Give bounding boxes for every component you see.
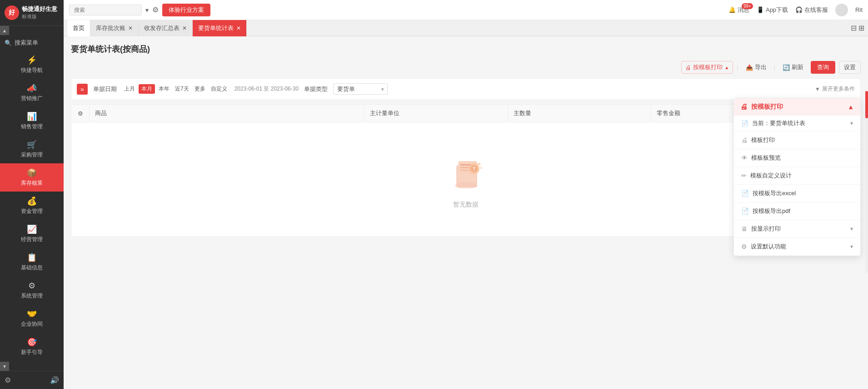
sidebar-item-label: 采购管理 <box>21 151 43 159</box>
topbar-search-dropdown[interactable]: ▾ <box>145 6 149 14</box>
sidebar-item-purchase[interactable]: 🛒 采购管理 <box>0 135 64 163</box>
sidebar-item-operations[interactable]: 📈 经营管理 <box>0 220 64 248</box>
settings-action-btn[interactable]: 设置 <box>839 61 861 74</box>
sidebar-scroll-up[interactable]: ▲ <box>0 26 9 35</box>
user-avatar[interactable] <box>835 4 848 16</box>
filter-expand-icon[interactable]: » <box>77 84 88 95</box>
scrollbar-thumb[interactable] <box>865 91 868 118</box>
tab-home-label: 首页 <box>73 24 85 32</box>
expand-conditions-btn[interactable]: ▼ 展开更多条件 <box>815 85 855 93</box>
bell-icon: 🔔 <box>728 6 736 13</box>
operations-icon: 📈 <box>27 224 37 234</box>
tab-order-stats-label: 要货单统计表 <box>198 24 234 32</box>
right-scrollbar[interactable] <box>865 91 868 273</box>
expand-chevron-icon: ▼ <box>815 86 820 92</box>
date-btn-more[interactable]: 更多 <box>193 84 207 94</box>
display-print-arrow: ▾ <box>850 226 853 232</box>
action-bar: 🖨 按模板打印 ▲ | 📤 导出 | 🔄 刷新 查询 设置 <box>71 61 861 74</box>
notification-btn[interactable]: 🔔 消息 99+ <box>728 6 749 14</box>
date-btn-this-year[interactable]: 本年 <box>157 84 171 94</box>
topbar-gear-button[interactable]: ⚙ <box>152 5 159 14</box>
page-title: 要货单统计表(按商品) <box>71 44 861 55</box>
sidebar-item-quick-nav[interactable]: ⚡ 快捷导航 <box>0 51 64 79</box>
dropdown-item-export-pdf[interactable]: 📄 按模板导出pdf <box>734 202 860 220</box>
sidebar-item-inventory[interactable]: 📦 库存核算 <box>0 163 64 192</box>
set-default-icon: ⚙ <box>741 243 747 250</box>
date-range-display: 2023-06-01 至 2023-06-30 <box>234 85 299 93</box>
sidebar-item-label: 企业协同 <box>21 320 43 328</box>
th-product: 商品 <box>90 105 364 122</box>
type-filter-wrap: 要货单 <box>333 83 388 95</box>
refresh-label: 刷新 <box>792 63 803 71</box>
dropdown-item-export-excel[interactable]: 📄 按模板导出excel <box>734 185 860 202</box>
filter-row: » 单据日期 上月 本月 本年 近7天 更多 自定义 2023-06-01 至 … <box>77 83 855 95</box>
sidebar-item-sales[interactable]: 📊 销售管理 <box>0 107 64 135</box>
sidebar-item-label: 库存核算 <box>21 179 43 187</box>
logo-icon: 好 <box>5 5 19 20</box>
sidebar-item-guide[interactable]: 🎯 新手引导 <box>0 333 64 361</box>
type-filter-label: 单据类型 <box>304 85 328 93</box>
print-label: 按模板打印 <box>693 63 723 71</box>
tab-order-stats[interactable]: 要货单统计表 ✕ <box>193 20 247 36</box>
main-area: ▾ ⚙ 体验行业方案 🔔 消息 99+ 📱 App下载 🎧 在线客服 Rit 首… <box>64 0 868 389</box>
dropdown-item-template-preview[interactable]: 👁 模板板预览 <box>734 149 860 167</box>
print-dropdown-close-chevron[interactable]: ▲ <box>848 103 854 111</box>
tab-order-stats-close[interactable]: ✕ <box>236 25 241 31</box>
export-label: 导出 <box>755 63 767 71</box>
marketing-icon: 📣 <box>27 83 37 93</box>
sidebar-item-marketing[interactable]: 📣 营销推广 <box>0 79 64 107</box>
sidebar-item-collab[interactable]: 🤝 企业协同 <box>0 304 64 333</box>
print-dropdown-current[interactable]: 📄 当前：要货单统计表 ▾ <box>734 116 860 131</box>
th-qty: 主数量 <box>508 105 651 122</box>
tab-batch-accounts-close[interactable]: ✕ <box>128 25 133 31</box>
tab-receipts-summary-close[interactable]: ✕ <box>182 25 187 31</box>
print-dropdown-title-area: 🖨 按模板打印 <box>740 103 783 111</box>
basics-icon: 📋 <box>27 253 37 263</box>
dropdown-item-set-default[interactable]: ⚙ 设置默认功能 ▾ <box>734 238 860 256</box>
tab-receipts-summary[interactable]: 收发存汇总表 ✕ <box>139 20 193 36</box>
date-btn-this-month[interactable]: 本月 <box>139 84 155 94</box>
refresh-btn[interactable]: 🔄 刷新 <box>779 61 807 73</box>
sidebar-item-label: 营销推广 <box>21 95 43 102</box>
sidebar-search[interactable]: 🔍 搜索菜单 <box>0 35 64 51</box>
display-print-left: 🖥 按显示打印 <box>741 225 781 233</box>
type-filter-select[interactable]: 要货单 <box>333 83 388 95</box>
settings-bottom-icon[interactable]: ⚙ <box>5 376 11 384</box>
sidebar-item-system[interactable]: ⚙ 系统管理 <box>0 276 64 304</box>
online-service-label: 在线客服 <box>804 6 828 14</box>
refresh-icon: 🔄 <box>783 64 790 71</box>
logo-text: 畅捷通好生意 标准版 <box>22 5 57 20</box>
sidebar-item-finance[interactable]: 💰 资金管理 <box>0 192 64 220</box>
online-service-btn[interactable]: 🎧 在线客服 <box>795 6 828 14</box>
print-dropdown-arrow: ▲ <box>724 65 729 70</box>
volume-icon[interactable]: 🔊 <box>50 376 59 384</box>
collab-icon: 🤝 <box>27 309 37 319</box>
tabs-minimize-btn[interactable]: ⊟ <box>851 24 857 32</box>
print-dropdown-header[interactable]: 🖨 按模板打印 ▲ <box>734 98 860 116</box>
app-download-btn[interactable]: 📱 App下载 <box>757 6 788 14</box>
system-icon: ⚙ <box>28 281 35 291</box>
date-btn-7days[interactable]: 近7天 <box>173 84 191 94</box>
query-btn[interactable]: 查询 <box>811 61 835 74</box>
tab-batch-accounts[interactable]: 库存批次账 ✕ <box>90 20 139 36</box>
dropdown-item-template-print[interactable]: 🖨 模板打印 <box>734 131 860 149</box>
sidebar-scroll-down[interactable]: ▼ <box>0 362 9 371</box>
tab-home[interactable]: 首页 <box>67 20 90 36</box>
tabs-expand-btn[interactable]: ⊞ <box>858 24 864 32</box>
sidebar-item-label: 经营管理 <box>21 236 43 243</box>
export-icon: 📤 <box>746 64 753 71</box>
printer-icon: 🖨 <box>685 64 691 71</box>
export-btn[interactable]: 📤 导出 <box>742 61 770 73</box>
dropdown-item-template-custom[interactable]: ✏ 模板自定义设计 <box>734 167 860 185</box>
dropdown-item-display-print[interactable]: 🖥 按显示打印 ▾ <box>734 220 860 238</box>
sidebar-item-apps[interactable]: 🔲 应用中心 <box>0 361 64 362</box>
date-btn-custom[interactable]: 自定义 <box>209 84 229 94</box>
sidebar-bottom: ⚙ 🔊 <box>0 371 64 389</box>
sidebar-item-basics[interactable]: 📋 基础信息 <box>0 248 64 276</box>
th-settings[interactable]: ⚙ <box>71 106 90 121</box>
print-btn[interactable]: 🖨 按模板打印 ▲ <box>681 61 733 74</box>
sidebar-item-label: 资金管理 <box>21 207 43 215</box>
trial-btn[interactable]: 体验行业方案 <box>162 4 210 16</box>
topbar-search-input[interactable] <box>69 5 142 15</box>
date-btn-last-month[interactable]: 上月 <box>122 84 137 94</box>
